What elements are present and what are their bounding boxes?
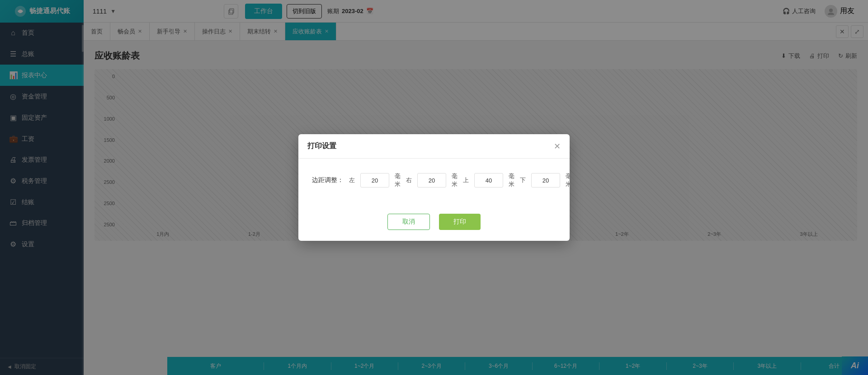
- modal-title: 打印设置: [307, 141, 336, 151]
- top-unit: 毫米: [509, 172, 514, 188]
- left-direction-label: 左: [349, 176, 355, 184]
- top-margin-input[interactable]: [474, 173, 503, 188]
- modal-footer: 取消 打印: [298, 206, 570, 241]
- modal-body: 边距调整： 左 毫米 右 毫米 上 毫米 下 毫米: [298, 159, 570, 206]
- margin-row: 边距调整： 左 毫米 右 毫米 上 毫米 下 毫米: [312, 172, 556, 188]
- left-unit: 毫米: [395, 172, 401, 188]
- bottom-margin-input[interactable]: [531, 173, 560, 188]
- modal-close-button[interactable]: ✕: [554, 142, 561, 150]
- margin-label: 边距调整：: [312, 176, 344, 184]
- bottom-unit: 毫米: [566, 172, 570, 188]
- bottom-direction-label: 下: [520, 176, 526, 184]
- modal-overlay[interactable]: 打印设置 ✕ 边距调整： 左 毫米 右 毫米 上 毫米 下 毫米 取消: [0, 0, 868, 375]
- print-confirm-button[interactable]: 打印: [439, 214, 481, 230]
- modal-header: 打印设置 ✕: [298, 134, 570, 159]
- top-direction-label: 上: [463, 176, 469, 184]
- cancel-button[interactable]: 取消: [387, 214, 430, 230]
- right-direction-label: 右: [406, 176, 412, 184]
- right-margin-input[interactable]: [417, 173, 446, 188]
- right-unit: 毫米: [452, 172, 458, 188]
- left-margin-input[interactable]: [360, 173, 389, 188]
- print-settings-modal: 打印设置 ✕ 边距调整： 左 毫米 右 毫米 上 毫米 下 毫米 取消: [298, 134, 570, 241]
